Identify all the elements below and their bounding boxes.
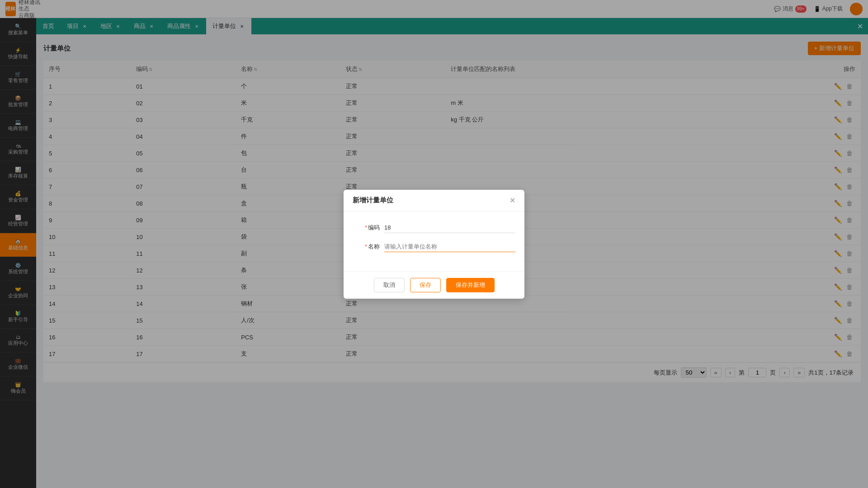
- code-input[interactable]: [384, 222, 515, 233]
- save-button[interactable]: 保存: [410, 278, 441, 292]
- form-row-code: *编码: [353, 222, 515, 233]
- form-row-name: *名称: [353, 241, 515, 252]
- form-label-name: *名称: [353, 243, 380, 251]
- cancel-button[interactable]: 取消: [374, 278, 405, 292]
- modal-title: 新增计量单位: [353, 196, 393, 205]
- modal-footer: 取消 保存 保存并新增: [344, 271, 524, 299]
- name-input[interactable]: [384, 241, 515, 252]
- add-unit-modal: 新增计量单位 ✕ *编码 *名称 取消 保存 保存并新增: [344, 190, 524, 299]
- modal-header: 新增计量单位 ✕: [344, 190, 524, 211]
- modal-body: *编码 *名称: [344, 211, 524, 271]
- modal-close-btn[interactable]: ✕: [509, 196, 515, 205]
- form-label-code: *编码: [353, 224, 380, 232]
- save-new-button[interactable]: 保存并新增: [446, 278, 495, 292]
- modal-overlay: 新增计量单位 ✕ *编码 *名称 取消 保存 保存并新增: [0, 0, 868, 488]
